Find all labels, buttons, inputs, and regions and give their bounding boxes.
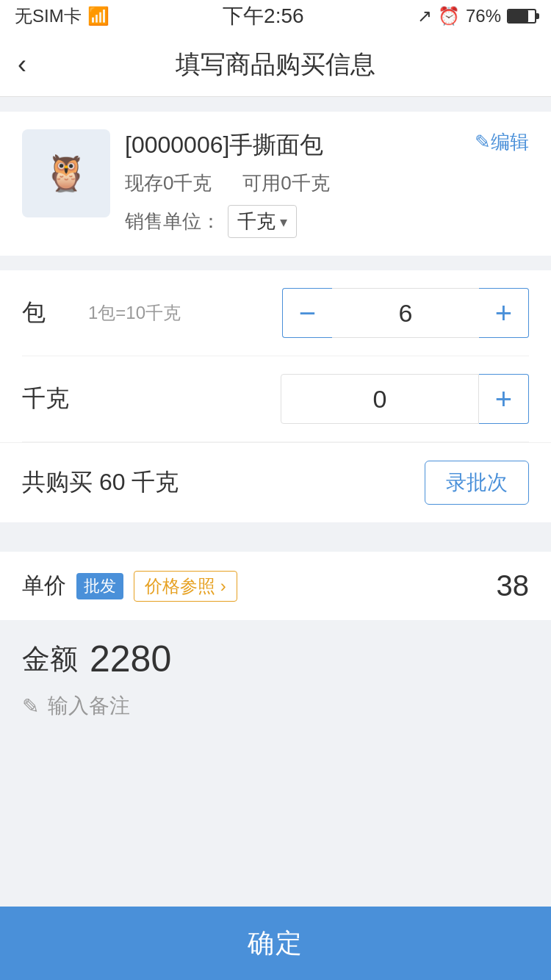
remark-row[interactable]: ✎ 输入备注 — [22, 692, 529, 720]
amount-value: 2280 — [90, 638, 171, 680]
divider-2 — [0, 522, 551, 537]
pencil-icon: ✎ — [22, 694, 39, 718]
price-label: 单价 — [22, 571, 66, 601]
package-hint: 1包=10千克 — [88, 301, 282, 325]
battery-icon — [507, 9, 536, 24]
amount-row: 金额 2280 — [22, 638, 529, 680]
price-ref-button[interactable]: 价格参照 › — [134, 571, 237, 602]
unit-value: 千克 — [237, 209, 276, 234]
package-minus-button[interactable]: − — [282, 288, 332, 338]
price-row: 单价 批发 价格参照 › 38 — [22, 569, 529, 602]
battery-percent: 76% — [466, 6, 501, 26]
remark-text: 输入备注 — [48, 692, 130, 720]
kg-plus-button[interactable]: + — [479, 374, 529, 424]
product-info: [0000006]手撕面包 ✎编辑 现存0千克 可用0千克 销售单位： 千克 ▾ — [125, 129, 529, 238]
product-stock: 现存0千克 可用0千克 — [125, 170, 529, 196]
status-bar: 无SIM卡 📶 下午2:56 ↗ ⏰ 76% — [0, 0, 551, 32]
package-qty-control: − + — [282, 288, 529, 338]
kg-input-row: 千克 + — [22, 356, 529, 442]
batch-button[interactable]: 录批次 — [425, 461, 529, 505]
status-time: 下午2:56 — [223, 2, 304, 30]
stock-current: 现存0千克 — [125, 172, 212, 194]
kg-qty-input[interactable] — [281, 374, 479, 424]
edit-button[interactable]: ✎编辑 — [475, 129, 529, 155]
location-icon: ↗ — [417, 6, 432, 26]
unit-selector[interactable]: 千克 ▾ — [228, 205, 297, 238]
package-label: 包 — [22, 297, 81, 329]
product-card: 🦉 [0000006]手撕面包 ✎编辑 现存0千克 可用0千克 销售单位： 千克… — [0, 112, 551, 256]
kg-label: 千克 — [22, 383, 81, 415]
amount-section: 金额 2280 ✎ 输入备注 — [0, 620, 551, 738]
nav-bar: ‹ 填写商品购买信息 — [0, 32, 551, 97]
total-row: 共购买 60 千克 录批次 — [0, 442, 551, 522]
price-value: 38 — [497, 569, 530, 602]
product-unit-row: 销售单位： 千克 ▾ — [125, 205, 529, 238]
price-tag: 批发 — [76, 573, 123, 599]
total-text: 共购买 60 千克 — [22, 466, 179, 499]
stock-available: 可用0千克 — [242, 172, 329, 194]
status-right: ↗ ⏰ 76% — [417, 6, 536, 26]
package-input-section: 包 1包=10千克 − + 千克 + — [0, 270, 551, 442]
package-input-row: 包 1包=10千克 − + — [22, 270, 529, 356]
back-button[interactable]: ‹ — [18, 49, 26, 80]
alarm-icon: ⏰ — [438, 6, 460, 26]
product-image: 🦉 — [22, 129, 110, 217]
product-name: [0000006]手撕面包 — [125, 129, 323, 162]
carrier-text: 无SIM卡 — [15, 4, 82, 28]
divider-1 — [0, 256, 551, 270]
unit-dropdown-icon: ▾ — [280, 213, 287, 231]
unit-label: 销售单位： — [125, 209, 220, 234]
amount-label: 金额 — [22, 641, 78, 678]
status-carrier: 无SIM卡 📶 — [15, 4, 109, 28]
kg-qty-control: + — [281, 374, 529, 424]
package-plus-button[interactable]: + — [479, 288, 529, 338]
nav-title: 填写商品购买信息 — [176, 48, 375, 82]
package-qty-input[interactable] — [332, 288, 479, 338]
wifi-icon: 📶 — [87, 6, 109, 26]
price-section: 单价 批发 价格参照 › 38 — [0, 552, 551, 620]
product-thumbnail: 🦉 — [44, 153, 88, 194]
confirm-button[interactable]: 确定 — [0, 907, 551, 980]
